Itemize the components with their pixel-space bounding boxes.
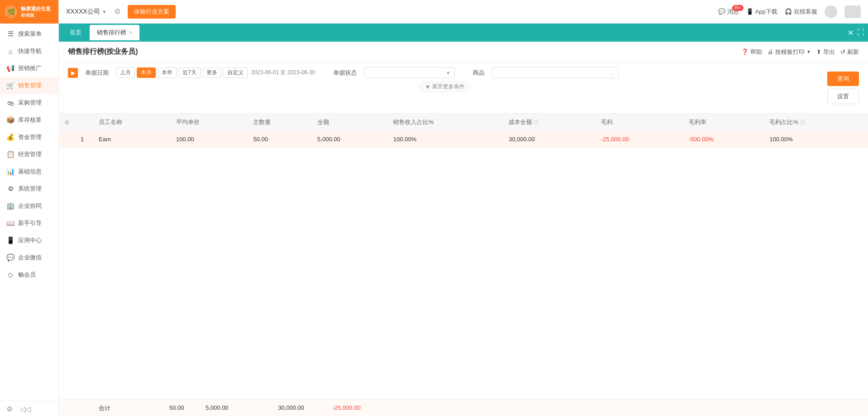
sidebar-item-label: 新手引导 [18, 219, 42, 227]
sidebar-item-finance[interactable]: 💰 资金管理 [0, 129, 58, 146]
table-header-row: ⚙ 员工名称 平均单价 主数量 全额 销售收入占比% 成本全额 ⓘ 毛利 毛利率 [59, 114, 868, 131]
col-amount-header: 全额 [312, 114, 388, 131]
query-button[interactable]: 查询 [827, 72, 859, 86]
date-btn-this-month[interactable]: 本月 [137, 67, 156, 78]
amount-cell: 5,000.00 [312, 131, 388, 148]
collapse-icon[interactable]: ◁◁ [20, 405, 31, 413]
profit-rate-cell: -500.00% [683, 131, 764, 148]
topbar: XXXXX公司 ▼ ⚙ 体验行业方案 💬 消息 99+ 📱 App下载 🎧 在线… [59, 0, 868, 24]
sidebar-item-inventory[interactable]: 📦 库存核算 [0, 111, 58, 129]
footer-profit: -25,000.00 [327, 404, 381, 412]
tab-close-icon[interactable]: × [129, 29, 132, 36]
col-profit-header: 毛利 [595, 114, 683, 131]
settings-button[interactable]: 设置 [827, 89, 859, 104]
message-button[interactable]: 💬 消息 99+ [718, 8, 739, 16]
status-select[interactable]: ▼ [364, 67, 455, 78]
page-title: 销售排行榜(按业务员) [68, 47, 138, 57]
filter-bar: ▶ 单据日期 上月 本月 本年 近7天 更多 自定义 2023-06-01 至 … [59, 62, 868, 114]
sidebar-footer: ⚙ ◁◁ [0, 401, 58, 417]
enterprise-icon: 🏢 [6, 202, 14, 210]
cost-info-icon[interactable]: ⓘ [534, 120, 539, 125]
expand-chevron-icon: ▼ [425, 84, 431, 90]
online-service-button[interactable]: 🎧 在线客服 [785, 8, 817, 16]
search-menu-icon: ☰ [6, 30, 14, 38]
sidebar-item-basic[interactable]: 📊 基础信息 [0, 163, 58, 180]
tabbar: 首页 销售排行榜 × ✕ ⛶ [59, 24, 868, 42]
date-btn-7days[interactable]: 近7天 [178, 67, 201, 78]
rank-cell: 1 [75, 131, 93, 148]
sidebar-item-member[interactable]: ◇ 畅会员 [0, 266, 58, 283]
sidebar-item-newbie[interactable]: 📖 新手引导 [0, 215, 58, 232]
sidebar-item-label: 销售管理 [18, 81, 42, 90]
sidebar-item-label: 搜索菜单 [18, 30, 42, 38]
date-btn-more[interactable]: 更多 [202, 67, 221, 78]
col-profit-pct-header: 毛利占比% ⓘ [764, 114, 868, 131]
sidebar-item-marketing[interactable]: 📢 营销推广 [0, 60, 58, 77]
expand-conditions-button[interactable]: ▼ 展开更多条件 [419, 81, 471, 92]
sidebar-item-operations[interactable]: 📋 经营管理 [0, 146, 58, 163]
tab-expand-icon[interactable]: ⛶ [857, 29, 864, 37]
settings-bottom-icon[interactable]: ⚙ [6, 405, 13, 413]
goods-more-icon: ... [610, 70, 614, 76]
help-button[interactable]: ❓ 帮助 [741, 48, 762, 56]
member-icon: ◇ [6, 271, 14, 279]
company-selector[interactable]: XXXXX公司 ▼ [66, 8, 107, 16]
sidebar-item-label: 营销推广 [18, 64, 42, 72]
footer-label: 合计 [64, 404, 164, 412]
tab-sales-ranking[interactable]: 销售排行榜 × [90, 25, 139, 40]
refresh-button[interactable]: ↺ 刷新 [840, 48, 859, 56]
sidebar-item-wechat[interactable]: 💬 企业微信 [0, 249, 58, 266]
date-range-display: 2023-06-01 至 2023-06-30 [251, 69, 315, 77]
date-btn-this-year[interactable]: 本年 [158, 67, 177, 78]
app-logo: 🌿 畅康通好生意 标准版 [0, 0, 58, 24]
profit-pct-info-icon[interactable]: ⓘ [800, 120, 805, 125]
app-download-icon: 📱 [746, 8, 753, 15]
trial-button[interactable]: 体验行业方案 [128, 5, 176, 19]
app-center-icon: 📱 [6, 236, 14, 244]
date-btn-custom[interactable]: 自定义 [223, 67, 248, 78]
sidebar-item-label: 资金管理 [18, 133, 42, 141]
btn-section: 查询 设置 [822, 67, 859, 109]
refresh-icon: ↺ [840, 48, 845, 55]
sidebar-item-enterprise[interactable]: 🏢 企业协同 [0, 197, 58, 215]
print-button[interactable]: 🖨 按模板打印 ▼ [767, 48, 811, 56]
col-settings-header[interactable]: ⚙ [59, 114, 75, 131]
user-avatar[interactable] [825, 5, 837, 18]
tabbar-right: ✕ ⛶ [848, 29, 864, 37]
profit-cell: -25,000.00 [595, 131, 683, 148]
date-buttons: 上月 本月 本年 近7天 更多 自定义 2023-06-01 至 2023-06… [116, 67, 315, 78]
topbar-gear-icon[interactable]: ⚙ [112, 5, 122, 18]
goods-input[interactable]: ... [492, 67, 619, 78]
sidebar-item-search[interactable]: ☰ 搜索菜单 [0, 25, 58, 43]
col-quantity-header: 主数量 [248, 114, 312, 131]
sidebar-item-quick-nav[interactable]: ⌂ 快捷导航 [0, 43, 58, 60]
export-button[interactable]: ⬆ 导出 [816, 48, 835, 56]
topbar-right: 💬 消息 99+ 📱 App下载 🎧 在线客服 [718, 5, 861, 18]
col-avg-price-header: 平均单价 [171, 114, 248, 131]
sidebar-item-system[interactable]: ⚙ 系统管理 [0, 180, 58, 197]
sidebar-item-label: 经营管理 [18, 150, 42, 158]
sidebar-item-purchase[interactable]: 🛍 采购管理 [0, 94, 58, 111]
sidebar-item-app-center[interactable]: 📱 应用中心 [0, 232, 58, 249]
col-cost-header: 成本全额 ⓘ [503, 114, 595, 131]
date-btn-last-month[interactable]: 上月 [116, 67, 135, 78]
tab-home[interactable]: 首页 [62, 25, 89, 40]
sidebar-item-sales[interactable]: 🛒 销售管理 [0, 77, 58, 94]
app-download-button[interactable]: 📱 App下载 [746, 8, 777, 16]
logo-icon: 🌿 [4, 5, 18, 19]
user-name-placeholder[interactable] [844, 5, 861, 18]
date-label: 单据日期 [85, 69, 109, 77]
footer-quantity: 50.00 [164, 404, 200, 412]
sidebar: 🌿 畅康通好生意 标准版 ☰ 搜索菜单 ⌂ 快捷导航 📢 营销推广 🛒 销售管理… [0, 0, 59, 417]
filter-toggle-btn[interactable]: ▶ [68, 68, 78, 78]
system-icon: ⚙ [6, 185, 14, 193]
row-settings-cell [59, 131, 75, 148]
message-badge: 99+ [732, 5, 743, 11]
name-cell: Eam [93, 131, 171, 148]
footer-amount: 5,000.00 [200, 404, 245, 412]
app-version: 标准版 [21, 12, 51, 18]
header-actions: ❓ 帮助 🖨 按模板打印 ▼ ⬆ 导出 ↺ 刷新 [741, 48, 859, 56]
tab-close-all-icon[interactable]: ✕ [848, 29, 854, 37]
sidebar-item-label: 畅会员 [18, 271, 36, 279]
finance-icon: 💰 [6, 133, 14, 141]
